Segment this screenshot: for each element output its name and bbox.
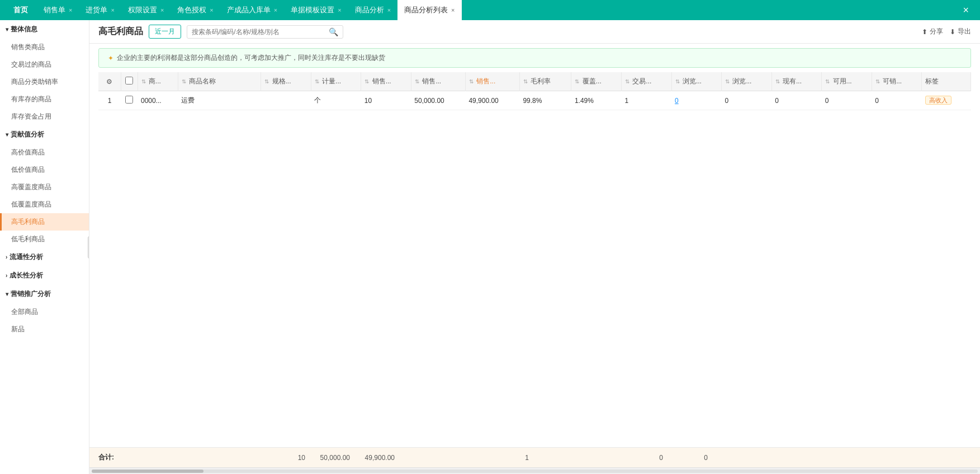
close-goods-analysis-icon[interactable]: × (387, 7, 391, 13)
row-browse1[interactable]: 0 (671, 91, 722, 110)
table-container: ⚙ ⇅ 商... ⇅ 商品名称 (89, 72, 980, 447)
share-icon: ⬆ (922, 28, 927, 36)
sidebar-group-overall[interactable]: ▾ 整体信息 (0, 20, 89, 39)
close-doc-template-icon[interactable]: × (338, 7, 341, 13)
sidebar-item-goods-category-assist[interactable]: 商品分类助销率 (0, 73, 89, 91)
sort-sales1-icon: ⇅ (364, 78, 369, 85)
nav-item-goods-analysis[interactable]: 商品分析 × (348, 0, 397, 20)
sidebar-item-high-coverage[interactable]: 高覆盖度商品 (0, 179, 89, 196)
row-unit: 个 (311, 91, 361, 110)
footer-empty1 (398, 454, 443, 462)
close-all-tabs-button[interactable]: × (956, 4, 976, 16)
sidebar: ▾ 整体信息 销售类商品 交易过的商品 商品分类助销率 有库存的商品 库存资金占… (0, 20, 89, 474)
col-browse2[interactable]: ⇅ 浏览... (722, 72, 772, 91)
col-sales2[interactable]: ⇅ 销售... (411, 72, 465, 91)
sidebar-group-growth[interactable]: › 成长性分析 (0, 266, 89, 285)
info-icon: ✦ (108, 54, 113, 62)
sidebar-collapse-button[interactable]: « (88, 236, 89, 259)
nav-item-finished-goods[interactable]: 产成品入库单 × (220, 0, 284, 20)
row-current: 0 (771, 91, 822, 110)
close-roleperm-icon[interactable]: × (210, 7, 213, 13)
sidebar-item-new-goods[interactable]: 新品 (0, 321, 89, 338)
col-current[interactable]: ⇅ 现有... (771, 72, 822, 91)
sort-code-icon: ⇅ (141, 78, 146, 85)
content-header: 高毛利商品 近一月 🔍 ⬆ 分享 ⬇ 导出 (89, 20, 980, 44)
col-checkbox (121, 72, 138, 91)
footer-empty4 (577, 454, 622, 462)
col-sales1[interactable]: ⇅ 销售... (361, 72, 411, 91)
sidebar-item-high-value[interactable]: 高价值商品 (0, 144, 89, 161)
sidebar-item-in-stock-goods[interactable]: 有库存的商品 (0, 91, 89, 108)
col-available[interactable]: ⇅ 可用... (822, 72, 872, 91)
settings-icon[interactable]: ⚙ (106, 78, 112, 86)
export-button[interactable]: ⬇ 导出 (950, 27, 971, 36)
col-spec[interactable]: ⇅ 规格... (261, 72, 311, 91)
sort-coverage-icon: ⇅ (575, 78, 579, 85)
page-title: 高毛利商品 (98, 26, 143, 37)
table-footer: 合计: 10 50,000.00 49,900.00 1 0 0 (89, 447, 980, 467)
sort-transactions-icon: ⇅ (625, 78, 629, 85)
expand-growth-icon: › (6, 273, 7, 279)
close-salesorder-icon[interactable]: × (69, 7, 72, 13)
close-finished-goods-icon[interactable]: × (274, 7, 277, 13)
select-all-checkbox[interactable] (125, 77, 133, 85)
header-actions: ⬆ 分享 ⬇ 导出 (922, 27, 971, 36)
col-unit[interactable]: ⇅ 计量... (311, 72, 361, 91)
nav-item-permsettings[interactable]: 权限设置 × (121, 0, 171, 20)
search-input[interactable] (192, 28, 329, 36)
sort-current-icon: ⇅ (775, 78, 780, 85)
nav-item-roleperm[interactable]: 角色授权 × (171, 0, 220, 20)
share-button[interactable]: ⬆ 分享 (922, 27, 943, 36)
sort-name-icon: ⇅ (182, 78, 186, 85)
col-sellable[interactable]: ⇅ 可销... (872, 72, 922, 91)
sidebar-group-marketing[interactable]: ▾ 营销推广分析 (0, 285, 89, 303)
expand-marketing-icon: ▾ (6, 291, 8, 297)
sidebar-group-liquidity[interactable]: › 流通性分析 (0, 248, 89, 266)
filter-recent-month-button[interactable]: 近一月 (149, 25, 181, 39)
row-coverage: 1.49% (571, 91, 622, 110)
footer-current: 0 (622, 454, 666, 462)
row-name: 运费 (178, 91, 261, 110)
close-permsettings-icon[interactable]: × (160, 7, 164, 13)
sidebar-item-sales-goods[interactable]: 销售类商品 (0, 39, 89, 56)
col-coverage[interactable]: ⇅ 覆盖... (571, 72, 622, 91)
nav-item-doc-template[interactable]: 单据模板设置 × (284, 0, 348, 20)
scrollbar-thumb[interactable] (92, 470, 203, 473)
col-sales3[interactable]: ⇅ 销售... (465, 72, 519, 91)
nav-home[interactable]: 首页 (4, 0, 37, 20)
col-settings[interactable]: ⚙ (98, 72, 121, 91)
sidebar-item-low-margin[interactable]: 低毛利商品 (0, 231, 89, 248)
sort-unit-icon: ⇅ (315, 78, 319, 85)
row-sellable: 0 (872, 91, 922, 110)
sidebar-item-low-coverage[interactable]: 低覆盖度商品 (0, 196, 89, 213)
sidebar-item-high-margin[interactable]: 高毛利商品 (0, 213, 89, 231)
col-code[interactable]: ⇅ 商... (138, 72, 178, 91)
footer-sales1: 10 (264, 454, 309, 462)
col-gross-rate[interactable]: ⇅ 毛利率 (519, 72, 571, 91)
sort-available-icon: ⇅ (825, 78, 830, 85)
search-icon[interactable]: 🔍 (329, 27, 338, 36)
sidebar-item-traded-goods[interactable]: 交易过的商品 (0, 56, 89, 73)
col-name[interactable]: ⇅ 商品名称 (178, 72, 261, 91)
close-goods-analysis-list-icon[interactable]: × (451, 7, 455, 13)
row-checkbox[interactable] (125, 96, 133, 104)
sort-spec-icon: ⇅ (264, 78, 269, 85)
sidebar-item-stock-capital[interactable]: 库存资金占用 (0, 108, 89, 125)
sidebar-item-low-value[interactable]: 低价值商品 (0, 161, 89, 179)
row-tag: 高收入 (922, 91, 971, 110)
row-gross-rate: 99.8% (519, 91, 571, 110)
nav-item-salesorder[interactable]: 销售单 × (37, 0, 79, 20)
row-code: 0000... (138, 91, 178, 110)
col-browse1[interactable]: ⇅ 浏览... (671, 72, 722, 91)
row-spec (261, 91, 311, 110)
horizontal-scrollbar[interactable] (89, 467, 980, 474)
row-index: 1 (98, 91, 121, 110)
nav-item-goods-analysis-list[interactable]: 商品分析列表 × (397, 0, 461, 20)
close-purchase-icon[interactable]: × (111, 7, 114, 13)
nav-item-purchase[interactable]: 进货单 × (79, 0, 121, 20)
sort-sales2-icon: ⇅ (415, 78, 419, 85)
col-transactions[interactable]: ⇅ 交易... (621, 72, 671, 91)
footer-sales3: 49,900.00 (353, 454, 398, 462)
sidebar-group-contribution[interactable]: ▾ 贡献值分析 (0, 125, 89, 144)
sidebar-item-all-goods[interactable]: 全部商品 (0, 303, 89, 321)
